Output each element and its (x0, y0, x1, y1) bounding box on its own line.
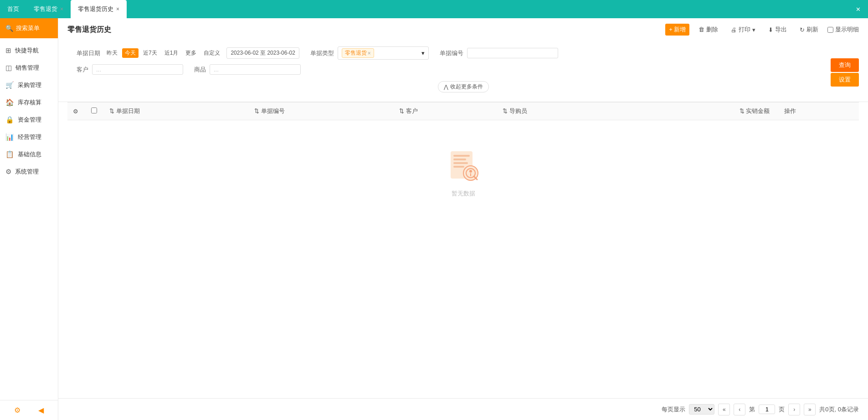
collapse-more-button[interactable]: ⋀ 收起更多条件 (438, 81, 489, 92)
tab-retail-return-history-close[interactable]: × (116, 6, 119, 12)
empty-row: 暂无数据 (67, 120, 859, 225)
search-icon: 🔍 (5, 25, 13, 32)
show-detail-checkbox[interactable]: 显示明细 (827, 26, 859, 34)
show-detail-input[interactable] (827, 27, 833, 33)
filter-doc-no: 单据编号 (440, 48, 558, 58)
select-all-checkbox[interactable] (91, 108, 97, 113)
sidebar-item-inventory[interactable]: 🏠 库存核算 (0, 94, 58, 111)
collapse-sidebar-icon[interactable]: ◀ (38, 406, 44, 415)
query-button[interactable]: 查询 (831, 58, 859, 72)
sidebar-item-basic-info[interactable]: 📋 基础信息 (0, 146, 58, 163)
doc-type-select[interactable]: 零售退货 × ▾ (338, 46, 429, 60)
sidebar-item-finance-mgmt[interactable]: 🔒 资金管理 (0, 111, 58, 128)
th-actual-amount-label: ⇅ 实销金额 (740, 108, 770, 114)
page-first-button[interactable]: « (718, 404, 730, 415)
top-tab-bar: 首页 零售退货 × 零售退货历史 × ✕ (0, 0, 868, 18)
empty-state-cell: 暂无数据 (67, 120, 859, 225)
page-next-button[interactable]: › (788, 404, 800, 415)
filter-settings-button[interactable]: 设置 (831, 73, 859, 87)
th-checkbox[interactable] (86, 102, 104, 120)
goods-label: 商品 (194, 66, 206, 74)
print-button[interactable]: 🖨 打印 ▾ (727, 24, 759, 36)
pagination-summary: 共0页, 0条记录 (819, 405, 859, 414)
th-guide-label: ⇅ 导购员 (503, 108, 527, 114)
print-dropdown-icon: ▾ (752, 26, 755, 33)
sidebar-item-operations-mgmt[interactable]: 📊 经营管理 (0, 128, 58, 146)
tab-retail-return-history[interactable]: 零售退货历史 × (71, 0, 127, 18)
data-table: ⚙ ⇅ 单据日期 ⇅ 单据编号 ⇅ 客户 (67, 102, 859, 225)
delete-button[interactable]: 🗑 删除 (695, 24, 722, 36)
doc-type-label: 单据类型 (310, 49, 334, 57)
table-container: ⚙ ⇅ 单据日期 ⇅ 单据编号 ⇅ 客户 (58, 102, 868, 398)
page-header: 零售退货历史 + 新增 🗑 删除 🖨 打印 ▾ ⬇ 导出 ↻ (58, 18, 868, 102)
collapse-label: 收起更多条件 (450, 83, 483, 91)
filter-customer: 客户 ... (77, 64, 183, 75)
page-last-button[interactable]: » (804, 404, 816, 415)
customer-placeholder: ... (96, 66, 101, 73)
date-opt-yesterday[interactable]: 昨天 (104, 48, 120, 58)
date-range-display[interactable]: 2023-06-02 至 2023-06-02 (226, 47, 299, 59)
svg-rect-3 (453, 162, 468, 164)
tab-home[interactable]: 首页 (0, 0, 26, 18)
sidebar-item-operations-label: 经营管理 (18, 133, 41, 141)
purchase-icon: 🛒 (5, 81, 14, 89)
collapse-icon: ⋀ (444, 84, 448, 90)
th-customer[interactable]: ⇅ 客户 (394, 102, 497, 120)
date-opt-7days[interactable]: 近7天 (140, 48, 160, 58)
sidebar-search[interactable]: 🔍 搜索菜单 (0, 18, 58, 38)
tab-retail-return[interactable]: 零售退货 × (26, 0, 71, 18)
customer-select[interactable]: ... (92, 64, 183, 75)
doc-type-tag-remove[interactable]: × (368, 50, 371, 56)
filter-area: 单据日期 昨天 今天 近7天 近1月 更多 自定义 2023-06-02 至 2… (67, 41, 859, 102)
th-doc-date[interactable]: ⇅ 单据日期 (104, 102, 249, 120)
date-opt-today[interactable]: 今天 (122, 48, 139, 58)
export-label: 导出 (775, 26, 787, 34)
page-prev-button[interactable]: ‹ (734, 404, 745, 415)
sidebar-item-purchase-mgmt[interactable]: 🛒 采购管理 (0, 77, 58, 94)
export-button[interactable]: ⬇ 导出 (765, 24, 791, 36)
th-customer-label: ⇅ 客户 (399, 108, 418, 114)
toolbar: + 新增 🗑 删除 🖨 打印 ▾ ⬇ 导出 ↻ 刷新 (665, 24, 859, 36)
sidebar-item-system-mgmt[interactable]: ⚙ 系统管理 (0, 163, 58, 180)
th-doc-no-label: ⇅ 单据编号 (254, 108, 285, 114)
th-actual-amount[interactable]: ⇅ 实销金额 (621, 102, 779, 120)
th-guide[interactable]: ⇅ 导购员 (497, 102, 621, 120)
sidebar-bottom: ⚙ ◀ (0, 400, 58, 420)
page-label-pre: 第 (749, 405, 755, 414)
sidebar-item-basic-info-label: 基础信息 (18, 150, 41, 159)
th-doc-date-label: ⇅ 单据日期 (109, 108, 140, 114)
page-size-select[interactable]: 50 10 20 100 (689, 404, 714, 415)
tab-retail-return-close[interactable]: × (60, 6, 63, 12)
doc-type-tag-label: 零售退货 (345, 49, 367, 57)
filter-row-2: 客户 ... 商品 ... (77, 64, 850, 75)
empty-state: 暂无数据 (67, 120, 859, 225)
sidebar-item-system-label: 系统管理 (15, 168, 39, 176)
print-label: 打印 (739, 26, 750, 34)
svg-point-8 (469, 170, 472, 173)
svg-rect-1 (453, 155, 470, 157)
date-opt-1month[interactable]: 近1月 (162, 48, 181, 58)
filter-goods: 商品 ... (194, 64, 301, 75)
new-button[interactable]: + 新增 (665, 24, 689, 36)
window-close-button[interactable]: ✕ (856, 6, 868, 13)
sidebar-item-inventory-label: 库存核算 (18, 98, 41, 107)
doc-no-input[interactable] (467, 48, 558, 58)
page-num-input[interactable] (759, 405, 775, 414)
date-opt-more[interactable]: 更多 (183, 48, 199, 58)
sidebar-item-finance-label: 资金管理 (18, 116, 41, 124)
tab-home-label: 首页 (7, 5, 19, 13)
sales-icon: ◫ (5, 64, 12, 72)
sidebar-item-quick-nav[interactable]: ⊞ 快捷导航 (0, 42, 58, 59)
quick-nav-icon: ⊞ (5, 46, 11, 55)
th-doc-no[interactable]: ⇅ 单据编号 (249, 102, 394, 120)
th-settings[interactable]: ⚙ (67, 102, 86, 120)
date-opt-custom[interactable]: 自定义 (201, 48, 223, 58)
svg-rect-2 (453, 159, 466, 160)
settings-bottom-icon[interactable]: ⚙ (14, 406, 21, 415)
page-title-row: 零售退货历史 + 新增 🗑 删除 🖨 打印 ▾ ⬇ 导出 ↻ (67, 24, 859, 36)
collapse-more-section: ⋀ 收起更多条件 (77, 79, 850, 96)
goods-select[interactable]: ... (210, 64, 301, 75)
sidebar-item-sales-mgmt[interactable]: ◫ 销售管理 (0, 59, 58, 77)
refresh-button[interactable]: ↻ 刷新 (796, 24, 822, 36)
table-body: 暂无数据 (67, 120, 859, 225)
